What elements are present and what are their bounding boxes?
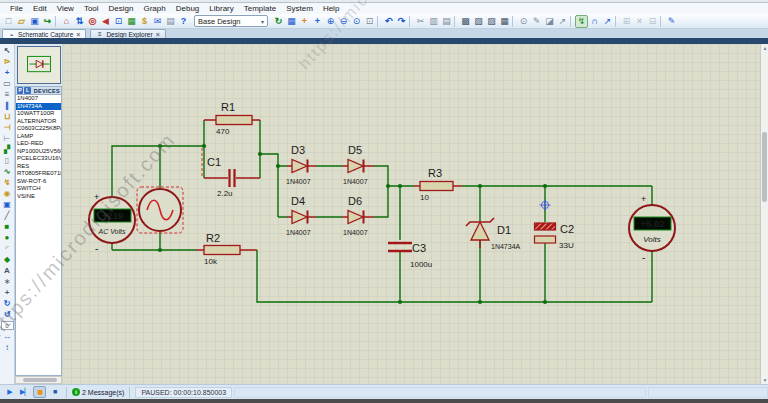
menu-item[interactable]: View	[52, 4, 79, 14]
packaging-tool-button[interactable]: ◪	[543, 15, 556, 28]
message-count[interactable]: 2 Message(s)	[82, 389, 124, 396]
zoom-in-button[interactable]: ⊕	[324, 15, 337, 28]
ac-source[interactable]	[139, 189, 181, 231]
device-item[interactable]: ALTERNATOR	[16, 118, 61, 126]
rotation-angle-field[interactable]: 0	[1, 321, 14, 330]
device-item[interactable]: 1N4734A	[16, 103, 61, 111]
graphics-circle-button[interactable]: ●	[1, 232, 14, 243]
bill-of-materials-button[interactable]: $	[138, 15, 151, 28]
component-c2[interactable]: C2 33U	[535, 200, 575, 251]
component-d6[interactable]: D6 1N4007	[342, 195, 374, 236]
pick-parts-button[interactable]: ⊙	[517, 15, 530, 28]
exit-to-parent-button[interactable]: ⊟	[646, 15, 659, 28]
device-item[interactable]: SWITCH	[16, 185, 61, 193]
origin-button[interactable]: +	[298, 15, 311, 28]
rotate-cw-button[interactable]: ↻	[1, 298, 14, 309]
toolbar-separator[interactable]	[660, 16, 664, 27]
component-d4[interactable]: D4 1N4007	[286, 195, 316, 236]
scroll-up-arrow[interactable]: ▲	[761, 44, 768, 52]
tab-schematic-capture[interactable]: ⌁ Schematic Capture ×	[2, 29, 86, 38]
home-page-button[interactable]: ⌂	[60, 15, 73, 28]
scrollbar-thumb[interactable]	[23, 378, 57, 382]
menu-item[interactable]: Design	[104, 4, 139, 14]
wire-autorouter-button[interactable]: ↯	[575, 15, 588, 28]
copy-button[interactable]: ▥	[427, 15, 440, 28]
component-r1[interactable]: R1 470	[204, 101, 260, 136]
zoom-area-button[interactable]: ⊡	[363, 15, 376, 28]
grid-toggle-button[interactable]: ▦	[285, 15, 298, 28]
menu-item[interactable]: Library	[204, 4, 238, 14]
zoom-out-button[interactable]: ⊖	[337, 15, 350, 28]
mirror-vertical-button[interactable]: ↕	[1, 342, 14, 353]
block-copy-button[interactable]: ▩	[459, 15, 472, 28]
schematic-capture-button[interactable]: ⇅	[73, 15, 86, 28]
schematic-editor[interactable]: R1 470 C1 2.2u D3 1N4007	[62, 44, 760, 384]
graphics-box-button[interactable]: ■	[1, 221, 14, 232]
voltage-probe-mode-button[interactable]: ↯	[1, 177, 14, 188]
device-item[interactable]: RES	[16, 163, 61, 171]
schematic-canvas[interactable]: R1 470 C1 2.2u D3 1N4007	[62, 44, 760, 384]
device-list-scrollbar[interactable]	[15, 376, 62, 384]
undo-button[interactable]: ↶	[382, 15, 395, 28]
paste-button[interactable]: ▤	[440, 15, 453, 28]
selection-mode-button[interactable]: ↖	[1, 45, 14, 56]
search-tag-button[interactable]: ∩	[588, 15, 601, 28]
menu-item[interactable]: Help	[318, 4, 344, 14]
toolbar-separator[interactable]	[615, 16, 619, 27]
3d-viewer-button[interactable]: ◀	[99, 15, 112, 28]
rotate-ccw-button[interactable]: ↺	[1, 309, 14, 320]
virtual-instruments-mode-button[interactable]: ▣	[1, 199, 14, 210]
device-item[interactable]: RT0805FRE07100	[16, 170, 61, 178]
junction-dot-mode-button[interactable]: +	[1, 67, 14, 78]
subcircuit-mode-button[interactable]: ⊔	[1, 111, 14, 122]
import-button[interactable]: ↪	[41, 15, 54, 28]
component-r3[interactable]: R3 10	[414, 167, 462, 202]
open-project-button[interactable]: ▱	[15, 15, 28, 28]
graphics-path-button[interactable]: ◆	[1, 254, 14, 265]
component-d1[interactable]: D1 1N4734A	[466, 218, 521, 250]
device-item[interactable]: VSINE	[16, 193, 61, 201]
redo-button[interactable]: ↷	[395, 15, 408, 28]
graph-mode-button[interactable]: ▞	[1, 144, 14, 155]
block-rotate-button[interactable]: ▨	[485, 15, 498, 28]
device-item[interactable]: SW-ROT-6	[16, 178, 61, 186]
device-pins-mode-button[interactable]: ⊢	[1, 133, 14, 144]
component-d5[interactable]: D5 1N4007	[342, 144, 374, 185]
text-script-mode-button[interactable]: ≡	[1, 89, 14, 100]
close-icon[interactable]: ×	[156, 31, 160, 38]
component-c1[interactable]: C1 2.2u	[204, 156, 260, 198]
device-item[interactable]: LAMP	[16, 133, 61, 141]
menu-item[interactable]: Graph	[138, 4, 170, 14]
device-item[interactable]: C0603C225K8PAC	[16, 125, 61, 133]
new-root-sheet-button[interactable]: ⊞	[620, 15, 633, 28]
graphics-line-button[interactable]: ╱	[1, 210, 14, 221]
cut-button[interactable]: ✂	[414, 15, 427, 28]
new-project-button[interactable]: □	[2, 15, 15, 28]
menu-item[interactable]: Edit	[28, 4, 52, 14]
toolbar-separator[interactable]	[409, 16, 413, 27]
component-r2[interactable]: R2 10k	[196, 232, 257, 266]
toolbar-separator[interactable]	[454, 16, 458, 27]
menu-item[interactable]: Tool	[79, 4, 104, 14]
close-icon[interactable]: ×	[76, 31, 80, 38]
pan-button[interactable]: +	[311, 15, 324, 28]
save-project-button[interactable]: ▣	[28, 15, 41, 28]
pause-button[interactable]: ▮▮	[33, 386, 46, 398]
device-item[interactable]: NP1000U25V560M	[16, 148, 61, 156]
buses-mode-button[interactable]: ∥	[1, 100, 14, 111]
graphics-arc-button[interactable]: ◜	[1, 243, 14, 254]
property-assignment-button[interactable]: ↗	[601, 15, 614, 28]
pick-devices-button[interactable]: P	[17, 87, 23, 94]
device-item[interactable]: 1N4007	[16, 95, 61, 103]
graphics-text-button[interactable]: A	[1, 265, 14, 276]
component-c3[interactable]: C3 1000u	[388, 242, 432, 269]
library-manager-button[interactable]: L	[24, 87, 30, 94]
device-item[interactable]: LED-RED	[16, 140, 61, 148]
wire-net[interactable]	[112, 120, 652, 302]
graphics-symbol-button[interactable]: ∗	[1, 276, 14, 287]
projects-button[interactable]: ✉	[151, 15, 164, 28]
zoom-all-button[interactable]: ⊙	[350, 15, 363, 28]
tape-recorder-mode-button[interactable]: ▯	[1, 155, 14, 166]
menu-item[interactable]: Template	[239, 4, 281, 14]
mirror-horizontal-button[interactable]: ↔	[1, 331, 14, 342]
